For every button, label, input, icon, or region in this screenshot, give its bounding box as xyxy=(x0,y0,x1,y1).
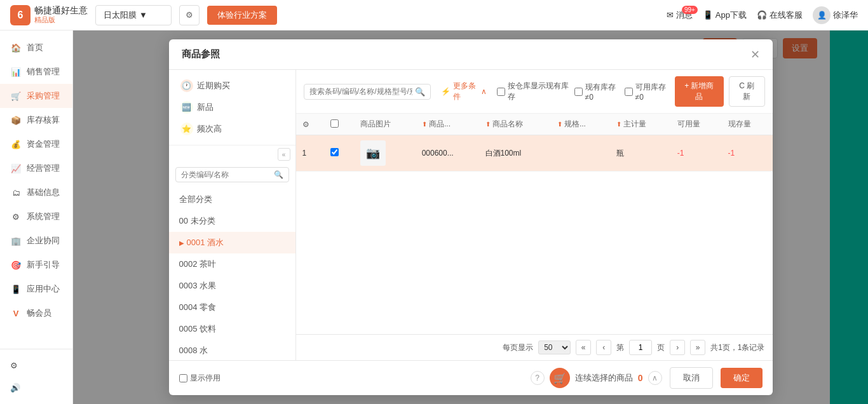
user-item[interactable]: 👤 徐泽华 xyxy=(813,6,858,24)
by-warehouse-input[interactable] xyxy=(497,88,505,96)
collapse-footer-icon[interactable]: ∧ xyxy=(648,371,662,385)
experience-button[interactable]: 体验行业方案 xyxy=(207,6,277,25)
app-download-item[interactable]: 📱 App下载 xyxy=(703,10,747,21)
available-input[interactable] xyxy=(625,88,633,96)
checkbox-existing[interactable]: 现有库存≠0 xyxy=(574,82,620,102)
toolbar-right: + 新增商品 C 刷新 xyxy=(675,76,765,107)
collapse-panel-btn[interactable]: « xyxy=(278,148,290,161)
cat-0003-label: 0003 水果 xyxy=(179,280,217,292)
sidebar-label-guide: 新手引导 xyxy=(27,259,60,271)
sidebar-item-member[interactable]: V 畅会员 xyxy=(0,301,72,325)
quick-filter-new[interactable]: 🆕 新品 xyxy=(174,97,290,118)
product-image: 📷 xyxy=(360,140,386,166)
cat-all[interactable]: 全部分类 xyxy=(169,189,295,210)
th-unit[interactable]: ⬆ 主计量 xyxy=(610,114,671,135)
checkbox-available[interactable]: 可用库存≠0 xyxy=(625,82,670,102)
modal-footer: 显示停用 ? 🛒 连续选择的商品 0 ∧ 取消 确定 xyxy=(169,360,773,395)
cat-0008[interactable]: 0008 水 xyxy=(169,340,295,355)
store-selector[interactable]: 日太阳膜 ▼ xyxy=(95,5,172,25)
sidebar-item-purchase[interactable]: 🛒 采购管理 xyxy=(0,84,72,108)
sidebar-item-sales[interactable]: 📊 销售管理 xyxy=(0,60,72,84)
cat-0004[interactable]: 0004 零食 xyxy=(169,297,295,318)
refresh-button[interactable]: C 刷新 xyxy=(729,76,764,107)
confirm-button[interactable]: 确定 xyxy=(721,368,763,388)
message-item[interactable]: ✉ 消息 99+ xyxy=(667,10,693,21)
cancel-button[interactable]: 取消 xyxy=(670,367,713,389)
modal-close-icon[interactable]: ✕ xyxy=(750,49,760,60)
inventory-icon: 📦 xyxy=(10,114,22,126)
row-checkbox-cell xyxy=(324,135,354,172)
available-label: 可用库存≠0 xyxy=(635,82,670,102)
row-code: 000600... xyxy=(416,135,479,172)
quick-filter-frequent[interactable]: ⭐ 频次高 xyxy=(174,118,290,140)
sidebar-item-business[interactable]: 📈 经营管理 xyxy=(0,156,72,180)
sort-unit-icon: ⬆ xyxy=(616,121,621,128)
quick-filter-recent[interactable]: 🕐 近期购买 xyxy=(174,75,290,97)
sidebar-label-apps: 应用中心 xyxy=(27,283,60,295)
row-img-cell: 📷 xyxy=(354,135,416,172)
select-all-checkbox[interactable] xyxy=(330,119,339,128)
checkbox-by-warehouse[interactable]: 按仓库显示现有库存 xyxy=(497,81,569,102)
online-service-item[interactable]: 🎧 在线客服 xyxy=(757,10,803,21)
page-size-label: 每页显示 xyxy=(503,342,533,353)
settings-icon[interactable]: ⚙ xyxy=(179,5,200,25)
prev-page-btn[interactable]: ‹ xyxy=(596,340,611,355)
sidebar-item-enterprise[interactable]: 🏢 企业协同 xyxy=(0,229,72,253)
sidebar-collapse-btn[interactable]: 🔊 xyxy=(0,377,72,399)
existing-input[interactable] xyxy=(574,88,583,96)
col-settings-icon[interactable]: ⚙ xyxy=(302,120,309,129)
settings2-icon: ⚙ xyxy=(10,361,18,370)
next-page-btn[interactable]: › xyxy=(670,340,685,355)
enterprise-icon: 🏢 xyxy=(10,235,22,246)
product-toolbar: 🔍 ⚡ 更多条件 ∧ 按仓库显示现有库存 xyxy=(296,70,773,114)
more-filters-btn[interactable]: ⚡ 更多条件 ∧ xyxy=(436,78,492,105)
headset-icon: 🎧 xyxy=(757,10,767,20)
cat-0005[interactable]: 0005 饮料 xyxy=(169,318,295,340)
store-name: 日太阳膜 xyxy=(104,10,137,21)
sidebar-item-basic[interactable]: 🗂 基础信息 xyxy=(0,180,72,205)
sidebar-item-finance[interactable]: 💰 资金管理 xyxy=(0,132,72,156)
modal-title: 商品参照 xyxy=(182,48,220,60)
disabled-input[interactable] xyxy=(179,374,187,382)
first-page-btn[interactable]: « xyxy=(576,340,591,355)
sidebar-item-home[interactable]: 🏠 首页 xyxy=(0,36,72,60)
sidebar-item-system[interactable]: ⚙ 系统管理 xyxy=(0,205,72,229)
sidebar-item-apps[interactable]: 📱 应用中心 xyxy=(0,277,72,301)
page-size-select[interactable]: 50 100 200 xyxy=(538,340,571,354)
category-search-input[interactable] xyxy=(181,170,271,179)
row-spec xyxy=(551,135,610,172)
last-page-btn[interactable]: » xyxy=(690,340,705,355)
brand-info: 畅捷通好生意 精品版 xyxy=(34,5,88,25)
cat-0001[interactable]: ▶ 0001 酒水 xyxy=(169,232,295,253)
page-label: 第 xyxy=(616,342,624,353)
table-row[interactable]: 1 📷 000600... 白酒100ml xyxy=(296,135,773,172)
th-name[interactable]: ⬆ 商品名称 xyxy=(479,114,551,135)
sidebar-label-system: 系统管理 xyxy=(27,211,60,222)
cat-00[interactable]: 00 未分类 xyxy=(169,210,295,232)
row-checkbox[interactable] xyxy=(330,148,339,156)
nav-right: ✉ 消息 99+ 📱 App下载 🎧 在线客服 👤 徐泽华 xyxy=(667,6,858,24)
quick-filters: 🕐 近期购买 🆕 新品 ⭐ 频次高 xyxy=(169,75,295,145)
cat-0003[interactable]: 0003 水果 xyxy=(169,275,295,297)
cat-arrow-icon: ▶ xyxy=(179,239,184,246)
sidebar-label-purchase: 采购管理 xyxy=(27,90,60,102)
sidebar-item-inventory[interactable]: 📦 库存核算 xyxy=(0,108,72,132)
th-spec[interactable]: ⬆ 规格... xyxy=(551,114,610,135)
page-number-input[interactable] xyxy=(629,340,652,355)
help-icon[interactable]: ? xyxy=(531,371,545,385)
sidebar-settings-btn[interactable]: ⚙ xyxy=(0,354,72,377)
sidebar-item-guide[interactable]: 🎯 新手引导 xyxy=(0,253,72,277)
product-search-input[interactable] xyxy=(309,87,412,96)
th-code[interactable]: ⬆ 商品... xyxy=(416,114,479,135)
frequent-icon: ⭐ xyxy=(180,123,193,135)
filter-arrow-icon: ∧ xyxy=(481,87,487,96)
cart-icon[interactable]: 🛒 xyxy=(550,368,570,388)
sidebar-label-inventory: 库存核算 xyxy=(27,114,60,126)
pagination-bar: 每页显示 50 100 200 « ‹ 第 页 › xyxy=(296,334,773,360)
show-disabled-checkbox[interactable]: 显示停用 xyxy=(179,373,220,384)
product-search-wrap: 🔍 xyxy=(304,84,431,100)
th-checkbox xyxy=(324,114,354,135)
cat-0002[interactable]: 0002 茶叶 xyxy=(169,253,295,275)
mobile-icon: 📱 xyxy=(703,10,713,20)
add-product-button[interactable]: + 新增商品 xyxy=(675,76,724,107)
